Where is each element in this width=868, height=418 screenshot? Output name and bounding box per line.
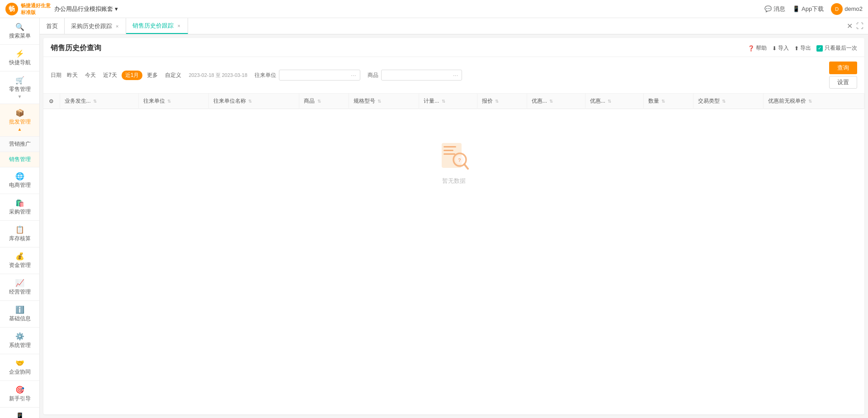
page-content: 销售历史价查询 ❓ 帮助 ⬇ 导入 ⬆ 导出 ✓ [43,38,864,414]
tab-bar: 首页 采购历史价跟踪 × 销售历史价跟踪 × ✕ ⛶ [40,18,868,34]
app-download-button[interactable]: 📱 App下载 [793,5,824,13]
sort-icon-quantity: ⇅ [661,99,665,104]
import-icon: ⬇ [772,45,777,52]
help-button[interactable]: ❓ 帮助 [748,44,767,52]
user-menu[interactable]: D demo2 [831,3,863,15]
th-discount1[interactable]: 优惠... ⇅ [527,94,585,109]
svg-rect-3 [443,153,455,155]
system-icon: ⚙️ [15,332,24,341]
tab-maximize-icon[interactable]: ⛶ [856,22,863,30]
purchase-history-tab-label: 采购历史价跟踪 [71,22,112,30]
th-quantity[interactable]: 数量 ⇅ [643,94,693,109]
partner-input[interactable] [283,72,351,78]
sidebar-item-operations[interactable]: 📈 经营管理 [0,274,39,301]
help-icon: ❓ [748,45,755,52]
import-button[interactable]: ⬇ 导入 [772,44,789,52]
purchase-history-tab-close[interactable]: × [115,24,119,29]
chevron-down-icon: ▼ [18,94,22,99]
only-last-checkbox-label[interactable]: ✓ 只看最后一次 [816,44,857,52]
date-filter-label: 日期 [51,71,61,79]
goods-input[interactable] [385,72,453,78]
th-trade-type[interactable]: 交易类型 ⇅ [693,94,763,109]
setting-button[interactable]: 设置 [829,76,857,89]
only-last-checkbox[interactable]: ✓ [816,45,823,52]
sort-icon-pretax-price: ⇅ [808,99,812,104]
query-button[interactable]: 查询 [829,62,857,74]
tab-home[interactable]: 首页 [40,18,65,34]
top-bar-right: 💬 消息 📱 App下载 D demo2 [764,3,863,15]
sidebar-label-inventory: 库存核算 [9,235,31,242]
sidebar-item-wholesale[interactable]: 📦 批发管理 ▲ [0,104,39,137]
tab-purchase-history[interactable]: 采购历史价跟踪 × [65,18,126,34]
message-icon: 💬 [764,5,772,12]
sidebar-label-operations: 经营管理 [9,288,31,296]
tab-sales-history[interactable]: 销售历史价跟踪 × [126,18,188,34]
sidebar-item-purchase[interactable]: 🛍️ 采购管理 [0,194,39,221]
export-icon: ⬆ [794,45,799,52]
sidebar-item-newbie[interactable]: 🎯 新手引导 [0,381,39,408]
sidebar-item-search[interactable]: 🔍 搜索菜单 [0,18,39,45]
sidebar-item-apps[interactable]: 📱 应用中心 [0,408,39,418]
sidebar-item-finance[interactable]: 💰 资金管理 [0,247,39,274]
date-options: 昨天 今天 近7天 近1月 更多 自定义 [64,71,184,80]
partner-dots-button[interactable]: ··· [351,71,356,79]
page-title: 销售历史价查询 [51,43,101,53]
data-table: ⚙ 业务发生... ⇅ 往来单位 ⇅ 往来单位名称 [43,94,864,109]
shortcut-icon: ⚡ [15,49,24,58]
sidebar-item-enterprise[interactable]: 🤝 企业协同 [0,354,39,381]
sales-history-tab-close[interactable]: × [176,23,181,28]
th-discount2[interactable]: 优惠... ⇅ [585,94,643,109]
apps-icon: 📱 [15,412,24,418]
sidebar-label-basic: 基础信息 [9,315,31,323]
goods-dots-button[interactable]: ··· [453,71,458,79]
message-button[interactable]: 💬 消息 [764,5,785,13]
sidebar: 🔍 搜索菜单 ⚡ 快捷导航 🛒 零售管理 ▼ 📦 批发管理 ▲ 营销推广 销售管… [0,18,40,418]
th-biz-date[interactable]: 业务发生... ⇅ [60,94,138,109]
sidebar-item-retail[interactable]: 🛒 零售管理 ▼ [0,71,39,104]
newbie-icon: 🎯 [15,385,24,394]
export-button[interactable]: ⬆ 导出 [794,44,811,52]
sidebar-item-ecommerce[interactable]: 🌐 电商管理 [0,167,39,194]
sidebar-item-marketing[interactable]: 营销推广 [0,137,39,152]
date-opt-more[interactable]: 更多 [144,71,160,80]
sidebar-item-inventory[interactable]: 📋 库存核算 [0,221,39,247]
finance-icon: 💰 [15,252,24,261]
sidebar-item-shortcut[interactable]: ⚡ 快捷导航 [0,45,39,71]
sidebar-label-retail: 零售管理 [9,86,31,93]
date-opt-7days[interactable]: 近7天 [100,71,120,80]
th-unit[interactable]: 计量... ⇅ [419,94,477,109]
date-opt-custom[interactable]: 自定义 [162,71,184,80]
date-opt-today[interactable]: 今天 [82,71,99,80]
th-goods[interactable]: 商品 ⇅ [299,94,349,109]
partner-filter-label: 往来单位 [255,71,276,79]
logo-area: 畅 畅捷通好生意 标准版 [5,2,51,15]
sidebar-item-basic[interactable]: ℹ️ 基础信息 [0,301,39,328]
sidebar-label-finance: 资金管理 [9,261,31,269]
th-partner-name[interactable]: 往来单位名称 ⇅ [208,94,299,109]
partner-input-wrap: ··· [279,70,360,81]
wholesale-submenu: 营销推广 销售管理 [0,137,39,167]
ecommerce-icon: 🌐 [15,172,24,180]
th-pretax-price[interactable]: 优惠前无税单价 ⇅ [763,94,864,109]
table-container: ⚙ 业务发生... ⇅ 往来单位 ⇅ 往来单位名称 [43,94,864,414]
goods-filter-group: 商品 ··· [368,70,462,81]
date-opt-1month[interactable]: 近1月 [122,71,143,80]
sidebar-label-sales-mgmt: 销售管理 [9,156,31,163]
partner-filter-group: 往来单位 ··· [255,70,360,81]
th-spec[interactable]: 规格型号 ⇅ [349,94,419,109]
empty-illustration: ? [434,136,474,177]
th-settings[interactable]: ⚙ [43,94,60,109]
enterprise-icon: 🤝 [15,359,24,367]
th-quoted-price[interactable]: 报价 ⇅ [477,94,527,109]
sort-icon-discount2: ⇅ [608,99,611,104]
th-partner-code[interactable]: 往来单位 ⇅ [138,94,208,109]
filter-bar: 日期 昨天 今天 近7天 近1月 更多 自定义 2023-02-18 至 202… [43,57,864,94]
table-header-row: ⚙ 业务发生... ⇅ 往来单位 ⇅ 往来单位名称 [43,94,864,109]
sort-icon-spec: ⇅ [377,99,381,104]
sidebar-item-system[interactable]: ⚙️ 系统管理 [0,328,39,354]
tab-close-all-icon[interactable]: ✕ [847,22,853,30]
date-opt-yesterday[interactable]: 昨天 [64,71,80,80]
breadcrumb-dropdown[interactable]: 办公用品行业模拟账套 ▾ [54,5,118,13]
breadcrumb-text: 办公用品行业模拟账套 [54,5,113,13]
sidebar-item-sales-mgmt[interactable]: 销售管理 [0,152,39,167]
